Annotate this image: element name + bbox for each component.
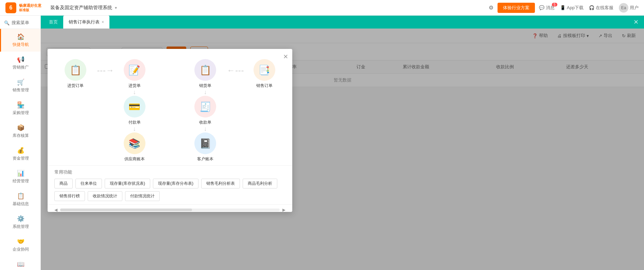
sidebar-item-marketing[interactable]: 📢 营销推广: [0, 52, 40, 74]
function-buttons-row: 商品 往来单位 现存量(库存状况表) 现存量(库存分布表) 销售毛利分析表 商品…: [54, 179, 285, 188]
scroll-right-arrow[interactable]: ▶: [282, 208, 285, 212]
marketing-icon: 📢: [17, 56, 24, 63]
purchase-bill-circle[interactable]: 📝: [124, 59, 145, 81]
sales-order-circle[interactable]: 📑: [254, 59, 275, 81]
sidebar-item-sales[interactable]: 🛒 销售管理: [0, 74, 40, 97]
message-button[interactable]: 💬 消息 5: [539, 5, 555, 11]
purchase-bill-node[interactable]: 📝 进货单: [117, 59, 152, 89]
sales-order-icon: 📑: [258, 65, 270, 76]
arrow-down-sales: ↓: [188, 89, 223, 96]
home-icon: 🏠: [17, 33, 24, 40]
arrow-down-receipt: ↓: [188, 125, 223, 132]
user-menu-button[interactable]: Ea 用户: [619, 3, 639, 13]
top-header: 6 畅康通好生意 标准版 装备及固定资产辅助管理系统 ▾ ⚙ 体验行业方案 💬 …: [0, 0, 644, 16]
func-btn-sales-rank[interactable]: 销售排行榜: [54, 191, 85, 201]
header-right: 💬 消息 5 📱 App下载 🎧 在线客服 Ea 用户: [539, 3, 639, 13]
system-icon: ⚙️: [17, 215, 24, 222]
arrow-right-1: - - - →: [93, 66, 117, 75]
app-download-button[interactable]: 📱 App下载: [560, 5, 584, 11]
func-btn-goods-margin[interactable]: 商品毛利分析: [243, 179, 277, 188]
func-btn-goods[interactable]: 商品: [54, 179, 73, 188]
function-buttons-row-2: 销售排行榜 收款情况统计 付款情况统计: [54, 191, 285, 201]
app-container: 6 畅康通好生意 标准版 装备及固定资产辅助管理系统 ▾ ⚙ 体验行业方案 💬 …: [0, 0, 644, 270]
sales-bill-circle[interactable]: 📋: [194, 59, 216, 81]
dropdown-arrow-icon[interactable]: ▾: [115, 5, 117, 10]
supplier-ledger-icon: 📚: [128, 138, 140, 149]
receipt-bill-circle[interactable]: 🧾: [194, 96, 216, 118]
tab-close-icon[interactable]: ×: [102, 20, 104, 24]
sidebar-item-quick[interactable]: 🏠 快捷导航: [0, 29, 40, 52]
tab-bar: 首页 销售订单执行表 × ✕: [41, 16, 644, 29]
func-btn-inventory-status[interactable]: 现存量(库存状况表): [105, 179, 150, 188]
sidebar-item-inventory[interactable]: 📦 库存核算: [0, 120, 40, 143]
modal-close-button[interactable]: ✕: [283, 53, 288, 60]
purchase-order-node[interactable]: 📋 进货订单: [58, 59, 93, 89]
tab-home[interactable]: 首页: [43, 16, 63, 29]
tab-sales-order[interactable]: 销售订单执行表 ×: [63, 16, 109, 29]
online-service-button[interactable]: 🎧 在线客服: [589, 5, 613, 11]
modal-overlay[interactable]: ✕ 📋 进货订单: [41, 29, 644, 270]
payment-bill-icon: 💳: [128, 101, 140, 112]
content-area: 首页 销售订单执行表 × ✕ ❓ 帮助 🖨: [41, 16, 644, 270]
sidebar-item-basic[interactable]: 📋 基础信息: [0, 188, 40, 211]
func-btn-inventory-dist[interactable]: 现存量(库存分布表): [153, 179, 198, 188]
sidebar-item-operations[interactable]: 📊 经营管理: [0, 165, 40, 188]
purchase-icon: 🏪: [17, 101, 24, 109]
avatar: Ea: [619, 3, 628, 13]
func-btn-payment-stats[interactable]: 付款情况统计: [125, 191, 160, 201]
sidebar-item-collab[interactable]: 🤝 企业协同: [0, 234, 40, 256]
common-functions-title: 常用功能: [54, 169, 285, 175]
customer-ledger-circle[interactable]: 📓: [194, 132, 216, 154]
page-content: ❓ 帮助 🖨 按模板打印 ▾ ↗ 导出 ↻ 刷新: [41, 29, 644, 270]
supplier-ledger-circle[interactable]: 📚: [124, 132, 145, 154]
payment-bill-circle[interactable]: 💳: [124, 96, 145, 118]
func-btn-receipt-stats[interactable]: 收款情况统计: [88, 191, 122, 201]
scrollbar-thumb: [60, 209, 192, 211]
purchase-order-icon: 📋: [70, 65, 82, 76]
sidebar: 🔍 搜索菜单 🏠 快捷导航 📢 营销推广 🛒 销售管理 🏪 采购管理 📦: [0, 16, 41, 270]
arrow-down-payment: ↓: [117, 125, 152, 132]
flow-row-1: 📋 进货订单 - - - →: [58, 59, 282, 89]
scrollbar-track[interactable]: [60, 209, 280, 211]
sidebar-search[interactable]: 🔍 搜索菜单: [0, 16, 40, 29]
receipt-bill-icon: 🧾: [199, 101, 211, 112]
receipt-bill-node[interactable]: 🧾 收款单: [188, 96, 223, 125]
system-name: 装备及固定资产辅助管理系统: [50, 5, 112, 11]
main-layout: 🔍 搜索菜单 🏠 快捷导航 📢 营销推广 🛒 销售管理 🏪 采购管理 📦: [0, 16, 644, 270]
sales-order-node[interactable]: 📑 销售订单: [247, 59, 282, 89]
logo-text: 畅康通好生意 标准版: [19, 3, 41, 12]
system-title: 装备及固定资产辅助管理系统 ▾: [50, 5, 485, 11]
scroll-left-arrow[interactable]: ◀: [54, 208, 57, 212]
sidebar-item-purchase[interactable]: 🏪 采购管理: [0, 97, 40, 120]
service-icon: 🎧: [589, 5, 594, 10]
sidebar-item-guide[interactable]: 📖 新手引导: [0, 256, 40, 270]
supplier-ledger-node[interactable]: 📚 供应商账本: [117, 132, 152, 162]
flow-diagram: 📋 进货订单 - - - →: [48, 49, 292, 165]
customer-ledger-icon: 📓: [199, 138, 211, 149]
func-btn-partners[interactable]: 往来单位: [75, 179, 102, 188]
sidebar-item-system[interactable]: ⚙️ 系统管理: [0, 211, 40, 234]
func-btn-sales-margin[interactable]: 销售毛利分析表: [201, 179, 240, 188]
arrow-left-1: ← - - -: [223, 66, 246, 75]
customer-ledger-node[interactable]: 📓 客户账本: [188, 132, 223, 162]
flow-row-3: 📚 供应商账本 📓 客户账本: [58, 132, 282, 162]
purchase-bill-icon: 📝: [128, 65, 140, 76]
experience-button[interactable]: 体验行业方案: [498, 3, 535, 13]
collab-icon: 🤝: [17, 238, 24, 245]
basic-icon: 📋: [17, 192, 24, 200]
close-all-tabs-button[interactable]: ✕: [631, 18, 641, 26]
payment-bill-node[interactable]: 💳 付款单: [117, 96, 152, 125]
search-icon: 🔍: [4, 20, 10, 25]
guide-icon: 📖: [17, 260, 24, 268]
modal-dialog: ✕ 📋 进货订单: [48, 49, 292, 212]
arrow-down-purchase: ↓: [117, 89, 152, 96]
sidebar-item-finance[interactable]: 💰 资金管理: [0, 143, 40, 165]
settings-icon[interactable]: ⚙: [489, 4, 493, 11]
sales-bill-icon: 📋: [199, 65, 211, 76]
flow-row-arrows: ↓ ↓: [58, 89, 282, 96]
flow-row-arrows-2: ↓ ↓: [58, 125, 282, 132]
purchase-order-circle[interactable]: 📋: [65, 59, 86, 81]
sales-bill-node[interactable]: 📋 销货单: [188, 59, 223, 89]
app-icon: 📱: [560, 5, 565, 10]
logo-icon: 6: [5, 2, 16, 13]
